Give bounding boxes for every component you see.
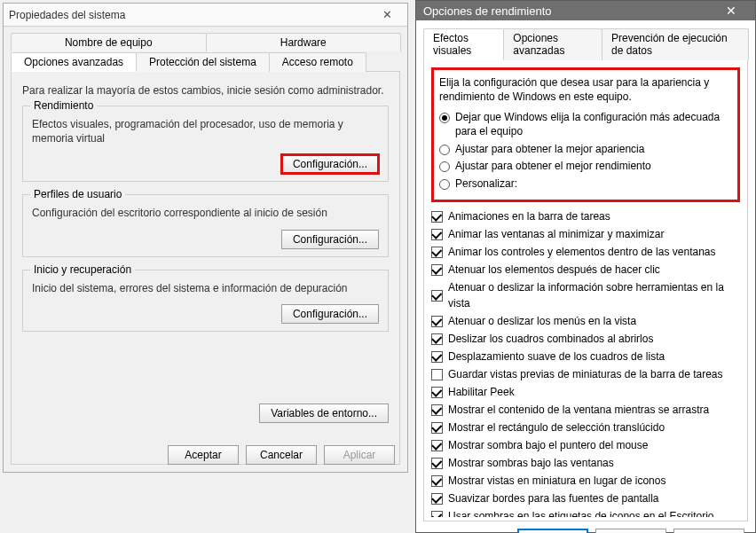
check-option-4[interactable]: Atenuar o deslizar la información sobre … <box>431 278 740 312</box>
titlebar[interactable]: Opciones de rendimiento ✕ <box>416 1 755 20</box>
check-option-5[interactable]: Atenuar o deslizar los menús en la vista <box>431 312 740 330</box>
titlebar[interactable]: Propiedades del sistema ✕ <box>4 4 407 27</box>
group-text: Configuración del escritorio correspondi… <box>32 206 379 220</box>
inicio-config-button[interactable]: Configuración... <box>281 304 379 324</box>
tab-opciones-avanzadas[interactable]: Opciones avanzadas <box>503 28 602 60</box>
checkbox-icon[interactable] <box>431 333 443 345</box>
radio-label: Ajustar para obtener el mejor rendimient… <box>455 160 651 174</box>
check-option-12[interactable]: Mostrar sombra bajo el puntero del mouse <box>431 436 740 454</box>
checkbox-icon[interactable] <box>431 475 443 487</box>
radio-label: Personalizar: <box>455 177 517 192</box>
tab-opciones-avanzadas[interactable]: Opciones avanzadas <box>11 52 137 72</box>
checkbox-label: Atenuar los elementos después de hacer c… <box>448 262 660 278</box>
checkbox-icon[interactable] <box>431 440 443 451</box>
ok-button[interactable]: Aceptar <box>168 445 239 465</box>
check-option-8[interactable]: Guardar vistas previas de miniaturas de … <box>431 365 740 383</box>
admin-note: Para realizar la mayoría de estos cambio… <box>22 84 389 97</box>
radio-icon[interactable] <box>439 113 450 123</box>
group-text: Inicio del sistema, errores del sistema … <box>32 281 379 295</box>
tab-nombre-equipo[interactable]: Nombre de equipo <box>11 33 207 51</box>
checkbox-icon[interactable] <box>431 422 443 434</box>
close-icon[interactable]: ✕ <box>372 6 402 24</box>
checkbox-label: Guardar vistas previas de miniaturas de … <box>448 366 723 382</box>
group-inicio-recuperacion: Inicio y recuperación Inicio del sistema… <box>22 270 389 332</box>
tab-dep[interactable]: Prevención de ejecución de datos <box>602 28 749 60</box>
check-option-14[interactable]: Mostrar vistas en miniatura en lugar de … <box>431 472 740 490</box>
group-caption: Inicio y recuperación <box>30 263 135 276</box>
tab-acceso-remoto[interactable]: Acceso remoto <box>269 52 366 72</box>
performance-options-window: Opciones de rendimiento ✕ Efectos visual… <box>415 0 756 533</box>
tab-hardware[interactable]: Hardware <box>206 33 402 51</box>
check-option-6[interactable]: Deslizar los cuadros combinados al abrir… <box>431 330 740 348</box>
radio-option-0[interactable]: Dejar que Windows elija la configuración… <box>439 111 732 138</box>
checkbox-label: Mostrar el contenido de la ventana mient… <box>448 402 709 418</box>
apply-button[interactable]: Aplicar <box>673 529 744 533</box>
checkbox-label: Mostrar el rectángulo de selección trans… <box>448 419 665 435</box>
check-option-13[interactable]: Mostrar sombras bajo las ventanas <box>431 454 740 472</box>
dialog-buttons: Aceptar Cancelar Aplicar <box>416 521 755 533</box>
checkbox-label: Usar sombras en las etiquetas de iconos … <box>448 508 713 517</box>
window-title: Propiedades del sistema <box>9 9 125 21</box>
check-option-9[interactable]: Habilitar Peek <box>431 383 740 401</box>
check-option-2[interactable]: Animar los controles y elementos dentro … <box>431 243 740 261</box>
check-option-15[interactable]: Suavizar bordes para las fuentes de pant… <box>431 490 740 507</box>
checkbox-icon[interactable] <box>431 351 443 363</box>
cancel-button[interactable]: Cancelar <box>595 529 666 533</box>
checkbox-label: Desplazamiento suave de los cuadros de l… <box>448 349 665 364</box>
checkbox-label: Atenuar o deslizar los menús en la vista <box>448 313 636 329</box>
checkbox-icon[interactable] <box>431 316 443 327</box>
check-option-16[interactable]: Usar sombras en las etiquetas de iconos … <box>431 507 740 517</box>
radio-option-3[interactable]: Personalizar: <box>439 177 732 192</box>
checkbox-icon[interactable] <box>431 387 443 398</box>
checkbox-icon[interactable] <box>431 511 443 517</box>
apply-button[interactable]: Aplicar <box>324 445 395 465</box>
checkbox-label: Animar las ventanas al minimizar y maxim… <box>448 226 664 242</box>
checkbox-label: Mostrar sombras bajo las ventanas <box>448 455 614 471</box>
checkbox-label: Animaciones en la barra de tareas <box>448 208 610 224</box>
effects-checklist: Animaciones en la barra de tareasAnimar … <box>431 208 740 517</box>
perfiles-config-button[interactable]: Configuración... <box>281 230 379 249</box>
radio-icon[interactable] <box>439 161 450 172</box>
cancel-button[interactable]: Cancelar <box>246 445 317 465</box>
ok-button[interactable]: Aceptar <box>517 529 588 533</box>
checkbox-icon[interactable] <box>431 229 443 240</box>
tab-efectos-visuales[interactable]: Efectos visuales <box>423 28 504 60</box>
radio-icon[interactable] <box>439 179 450 190</box>
checkbox-label: Suavizar bordes para las fuentes de pant… <box>448 490 659 506</box>
checkbox-label: Mostrar sombra bajo el puntero del mouse <box>448 437 648 453</box>
check-option-10[interactable]: Mostrar el contenido de la ventana mient… <box>431 401 740 419</box>
checkbox-icon[interactable] <box>431 404 443 416</box>
tabs-row-2: Opciones avanzadas Protección del sistem… <box>11 51 400 72</box>
check-option-7[interactable]: Desplazamiento suave de los cuadros de l… <box>431 348 740 365</box>
env-variables-button[interactable]: Variables de entorno... <box>259 404 389 423</box>
checkbox-label: Deslizar los cuadros combinados al abrir… <box>448 331 653 347</box>
checkbox-icon[interactable] <box>431 369 443 380</box>
checkbox-icon[interactable] <box>431 264 443 276</box>
check-option-0[interactable]: Animaciones en la barra de tareas <box>431 208 740 225</box>
intro-text: Elija la configuración que desea usar pa… <box>439 75 732 104</box>
checkbox-icon[interactable] <box>431 458 443 469</box>
check-option-11[interactable]: Mostrar el rectángulo de selección trans… <box>431 419 740 436</box>
checkbox-label: Mostrar vistas en miniatura en lugar de … <box>448 473 665 489</box>
tab-proteccion-sistema[interactable]: Protección del sistema <box>136 52 270 72</box>
checkbox-icon[interactable] <box>431 247 443 258</box>
check-option-3[interactable]: Atenuar los elementos después de hacer c… <box>431 261 740 278</box>
checkbox-icon[interactable] <box>431 290 443 302</box>
radio-option-1[interactable]: Ajustar para obtener la mejor apariencia <box>439 143 732 157</box>
checkbox-icon[interactable] <box>431 493 443 505</box>
advanced-tab-body: Para realizar la mayoría de estos cambio… <box>11 72 400 465</box>
checkbox-label: Animar los controles y elementos dentro … <box>448 244 716 260</box>
checkbox-icon[interactable] <box>431 211 443 223</box>
close-icon[interactable]: ✕ <box>714 1 748 20</box>
system-properties-window: Propiedades del sistema ✕ Nombre de equi… <box>3 3 408 473</box>
perf-tabs: Efectos visuales Opciones avanzadas Prev… <box>423 27 748 60</box>
radio-icon[interactable] <box>439 145 450 155</box>
group-caption: Perfiles de usuario <box>30 188 125 200</box>
radio-option-2[interactable]: Ajustar para obtener el mejor rendimient… <box>439 160 732 174</box>
checkbox-label: Atenuar o deslizar la información sobre … <box>448 279 740 311</box>
rendimiento-config-button[interactable]: Configuración... <box>281 154 379 174</box>
check-option-1[interactable]: Animar las ventanas al minimizar y maxim… <box>431 225 740 243</box>
window-title: Opciones de rendimiento <box>423 4 552 18</box>
visual-effects-body: Elija la configuración que desea usar pa… <box>423 60 748 521</box>
group-text: Efectos visuales, programación del proce… <box>32 117 379 145</box>
